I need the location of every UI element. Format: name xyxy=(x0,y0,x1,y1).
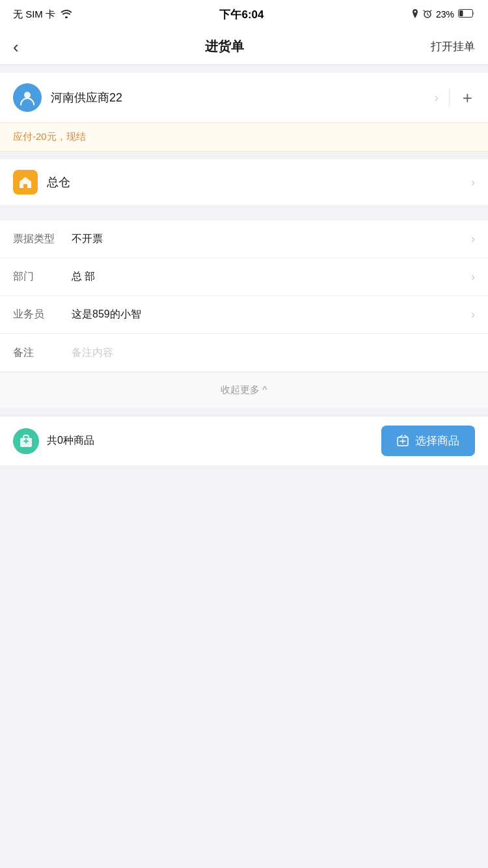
warehouse-chevron-icon: › xyxy=(471,176,475,189)
supplier-chevron-icon: › xyxy=(435,91,439,105)
bottom-bar: 共0种商品 选择商品 xyxy=(0,416,488,465)
salesperson-value: 这是859的小智 xyxy=(65,308,471,321)
warehouse-name: 总仓 xyxy=(47,174,471,190)
supplier-row[interactable]: 河南供应商22 › + xyxy=(0,73,488,122)
salesperson-label: 业务员 xyxy=(13,308,65,321)
invoice-label: 票据类型 xyxy=(13,232,65,246)
select-product-button[interactable]: 选择商品 xyxy=(381,426,475,456)
svg-rect-3 xyxy=(459,10,463,16)
status-left: 无 SIM 卡 xyxy=(13,8,72,21)
battery-text: 23% xyxy=(436,9,454,20)
remark-input[interactable]: 备注内容 xyxy=(65,346,475,360)
invoice-value: 不开票 xyxy=(65,232,471,246)
form-section: 票据类型 不开票 › 部门 总 部 › 业务员 这是859的小智 › 备注 备注… xyxy=(0,221,488,372)
add-supplier-button[interactable]: + xyxy=(460,87,475,109)
open-pending-button[interactable]: 打开挂单 xyxy=(431,39,475,54)
page-title: 进货单 xyxy=(205,38,244,55)
nav-bar: ‹ 进货单 打开挂单 xyxy=(0,29,488,65)
wifi-icon xyxy=(61,9,72,20)
remark-row[interactable]: 备注 备注内容 xyxy=(0,334,488,372)
product-icon xyxy=(13,428,39,454)
svg-point-4 xyxy=(24,92,31,98)
supplier-name: 河南供应商22 xyxy=(51,90,435,105)
salesperson-row[interactable]: 业务员 这是859的小智 › xyxy=(0,296,488,334)
status-time: 下午6:04 xyxy=(219,7,264,22)
warehouse-icon xyxy=(13,170,38,195)
dept-row[interactable]: 部门 总 部 › xyxy=(0,258,488,296)
warehouse-row[interactable]: 总仓 › xyxy=(0,159,488,205)
collapse-text: 收起更多 ^ xyxy=(221,384,267,395)
warehouse-card[interactable]: 总仓 › xyxy=(0,159,488,205)
vertical-divider xyxy=(449,88,450,107)
remark-label: 备注 xyxy=(13,346,65,360)
alarm-icon xyxy=(423,9,432,20)
select-product-icon xyxy=(397,435,410,448)
dept-label: 部门 xyxy=(13,270,65,284)
supplier-card: 河南供应商22 › + 应付-20元，现结 xyxy=(0,73,488,152)
dept-value: 总 部 xyxy=(65,270,471,284)
section-gap-1 xyxy=(0,65,488,73)
salesperson-chevron-icon: › xyxy=(471,308,475,321)
section-gap-3 xyxy=(0,205,488,213)
product-count: 共0种商品 xyxy=(47,434,381,448)
status-bar: 无 SIM 卡 下午6:04 23% xyxy=(0,0,488,29)
svg-rect-5 xyxy=(23,184,27,188)
location-icon xyxy=(411,9,419,20)
dept-chevron-icon: › xyxy=(471,270,475,284)
status-right: 23% xyxy=(411,9,475,20)
invoice-chevron-icon: › xyxy=(471,232,475,246)
select-product-label: 选择商品 xyxy=(415,433,459,448)
back-button[interactable]: ‹ xyxy=(13,38,19,55)
collapse-row[interactable]: 收起更多 ^ xyxy=(0,372,488,408)
notice-banner: 应付-20元，现结 xyxy=(0,122,488,152)
invoice-row[interactable]: 票据类型 不开票 › xyxy=(0,221,488,258)
carrier-text: 无 SIM 卡 xyxy=(13,8,55,21)
notice-text: 应付-20元，现结 xyxy=(13,131,86,142)
svg-point-0 xyxy=(65,16,68,18)
content-background xyxy=(0,465,488,660)
battery-icon xyxy=(458,9,475,20)
section-gap-2 xyxy=(0,152,488,159)
supplier-avatar xyxy=(13,83,42,112)
